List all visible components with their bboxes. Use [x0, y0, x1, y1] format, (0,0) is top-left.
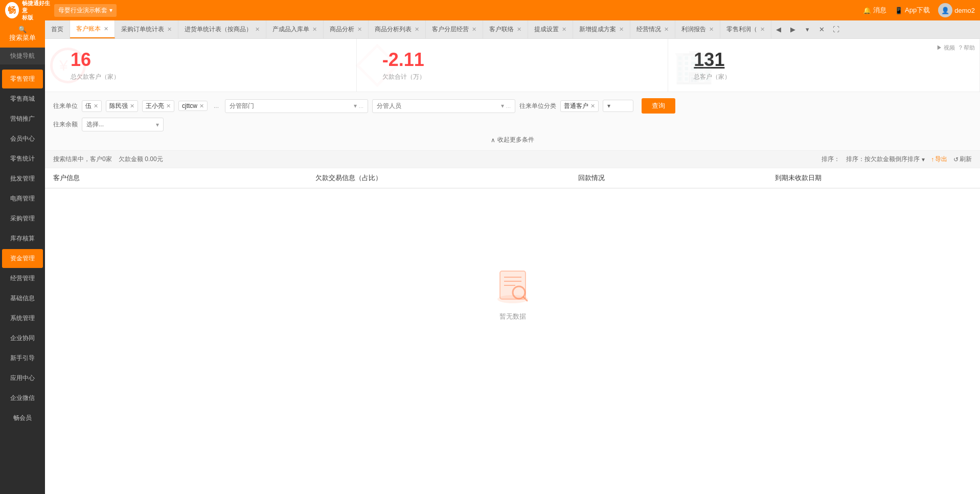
sidebar-item-wholesale[interactable]: 批发管理 — [2, 169, 43, 188]
sidebar-search[interactable]: 🔍 搜索菜单 — [0, 20, 45, 48]
balance-select[interactable]: 选择... ▾ — [82, 118, 164, 131]
tab-customer-ledger[interactable]: 客户账本 ✕ — [70, 20, 115, 38]
data-table: 客户信息 欠款交易信息（占比） 回款情况 到期未收款日期 — [45, 168, 980, 393]
tab-close-icon[interactable]: ✕ — [357, 26, 362, 33]
unit-type-select[interactable]: ▾ — [603, 100, 633, 112]
company-select[interactable]: 母婴行业演示帐套 ▾ — [54, 4, 117, 17]
tab-close-icon[interactable]: ✕ — [664, 26, 669, 33]
filter-row-2: 往来余额 选择... ▾ — [53, 118, 972, 131]
tab-close-icon[interactable]: ✕ — [709, 26, 714, 33]
sidebar-item-enterprise-wechat[interactable]: 企业微信 — [2, 389, 43, 408]
dept-select[interactable]: 分管部门 ▾ ... — [225, 99, 368, 113]
empty-text: 暂无数据 — [499, 312, 526, 321]
message-button[interactable]: 🔔 消息 — [863, 6, 886, 15]
result-text: 搜索结果中，客户0家 欠款金额 0.00元 — [53, 155, 163, 164]
tab-close-all-btn[interactable]: ✕ — [814, 20, 829, 38]
user-menu[interactable]: 👤 demo2 — [938, 3, 975, 17]
tab-prev-btn[interactable]: ◀ — [771, 20, 786, 38]
sidebar-item-ecommerce[interactable]: 电商管理 — [2, 189, 43, 208]
tab-close-icon[interactable]: ✕ — [167, 26, 172, 33]
sidebar-item-newbie[interactable]: 新手引导 — [2, 349, 43, 368]
tab-fullscreen-btn[interactable]: ⛶ — [829, 20, 843, 38]
refresh-button[interactable]: ↺ 刷新 — [953, 155, 972, 164]
tab-next-btn[interactable]: ▶ — [786, 20, 800, 38]
sidebar-item-purchase[interactable]: 采购管理 — [2, 209, 43, 228]
tab-commission-setting[interactable]: 提成设置 ✕ — [528, 20, 573, 38]
dept-arrow-icon: ▾ — [354, 102, 357, 109]
filter-tag-wu: 伍 ✕ — [82, 100, 102, 112]
tab-retail-profit[interactable]: 零售利润（ ✕ — [720, 20, 771, 38]
tab-close-icon[interactable]: ✕ — [255, 26, 260, 33]
filter-tag-chen: 陈民强 ✕ — [106, 100, 138, 112]
sidebar-item-system[interactable]: 系统管理 — [2, 309, 43, 328]
sidebar-item-inventory[interactable]: 库存核算 — [2, 229, 43, 248]
sort-label: 排序： — [822, 155, 840, 164]
tab-bar: 首页 客户账本 ✕ 采购订单统计表 ✕ 进货单统计表（按商品） ✕ 产成品入库单… — [45, 20, 980, 39]
remove-tag-wu[interactable]: ✕ — [94, 103, 98, 109]
app-wrapper: 畅 畅捷通好生意 标版 母婴行业演示帐套 ▾ 🔔 消息 📱 App下载 👤 — [0, 0, 980, 494]
person-more-btn[interactable]: ... — [506, 103, 511, 109]
tab-menu-btn[interactable]: ▾ — [800, 20, 814, 38]
result-actions: 排序： 排序：按欠款金额倒序排序 ▾ ↑ 导出 ↺ 刷新 — [822, 155, 972, 164]
table-header: 客户信息 欠款交易信息（占比） 回款情况 到期未收款日期 — [45, 168, 980, 189]
balance-arrow-icon: ▾ — [156, 121, 159, 128]
tab-customer-contact[interactable]: 客户联络 ✕ — [483, 20, 528, 38]
remove-tag-chen[interactable]: ✕ — [130, 103, 134, 109]
person-arrow-icon: ▾ — [501, 102, 504, 109]
tab-close-icon[interactable]: ✕ — [517, 26, 521, 33]
tab-home[interactable]: 首页 — [45, 20, 70, 38]
stat-debt-customers-value: 16 — [71, 49, 341, 71]
sidebar-item-member-center[interactable]: 会员中心 — [2, 129, 43, 148]
filter-row-1: 往来单位 伍 ✕ 陈民强 ✕ 王小亮 ✕ — [53, 98, 972, 114]
top-bar-left: 畅 畅捷通好生意 标版 母婴行业演示帐套 ▾ — [5, 0, 117, 21]
sidebar-item-retail-mall[interactable]: 零售商城 — [2, 89, 43, 108]
sidebar-item-vip[interactable]: 畅会员 — [2, 409, 43, 428]
tab-new-commission[interactable]: 新增提成方案 ✕ — [573, 20, 630, 38]
stat-debt-total-label: 欠款合计（万） — [382, 73, 653, 81]
top-bar: 畅 畅捷通好生意 标版 母婴行业演示帐套 ▾ 🔔 消息 📱 App下载 👤 — [0, 0, 980, 20]
sidebar-item-retail-mgmt[interactable]: 零售管理 — [2, 70, 43, 88]
app-download-button[interactable]: 📱 App下载 — [895, 6, 930, 15]
tab-close-icon[interactable]: ✕ — [312, 26, 317, 33]
tab-purchase-order-stats[interactable]: 采购订单统计表 ✕ — [115, 20, 178, 38]
stats-row: ¥ 16 总欠款客户（家） -2.11 欠款合计（万） — [45, 39, 980, 92]
help-button[interactable]: ? 帮助 — [959, 44, 975, 52]
sidebar-item-finance[interactable]: 资金管理 — [2, 249, 43, 268]
table-body: 暂无数据 — [45, 189, 980, 393]
logo-text: 畅捷通好生意 标版 — [22, 0, 50, 21]
sidebar-item-marketing[interactable]: 营销推广 — [2, 109, 43, 128]
tab-profit-report[interactable]: 利润报告 ✕ — [675, 20, 720, 38]
tab-operations[interactable]: 经营情况 ✕ — [630, 20, 675, 38]
video-help-button[interactable]: ▶ 视频 — [937, 44, 955, 52]
tab-close-icon[interactable]: ✕ — [760, 26, 765, 33]
sidebar-item-base-info[interactable]: 基础信息 — [2, 289, 43, 308]
collapse-btn[interactable]: ∧ 收起更多条件 — [491, 136, 534, 144]
sidebar-item-app-center[interactable]: 应用中心 — [2, 369, 43, 388]
remove-tag-cjttcw[interactable]: ✕ — [199, 103, 204, 109]
sort-arrow-icon: ▾ — [922, 156, 925, 163]
tab-customer-tier[interactable]: 客户分层经营 ✕ — [426, 20, 483, 38]
sort-select[interactable]: 排序：按欠款金额倒序排序 ▾ — [846, 155, 925, 164]
tab-close-icon[interactable]: ✕ — [562, 26, 566, 33]
tab-close-icon[interactable]: ✕ — [619, 26, 624, 33]
tab-product-analysis[interactable]: 商品分析 ✕ — [324, 20, 369, 38]
query-button[interactable]: 查询 — [642, 98, 675, 114]
unit-more-btn[interactable]: ... — [212, 101, 221, 110]
sidebar-item-operations[interactable]: 经营管理 — [2, 269, 43, 288]
sidebar-item-retail-stats[interactable]: 零售统计 — [2, 149, 43, 168]
dept-more-btn[interactable]: ... — [359, 103, 363, 109]
remove-tag-normal[interactable]: ✕ — [590, 103, 595, 109]
tab-goods-receipt-stats[interactable]: 进货单统计表（按商品） ✕ — [178, 20, 266, 38]
tab-close-icon[interactable]: ✕ — [472, 26, 476, 33]
stat-total-customers-label: 总客户（家） — [694, 73, 964, 81]
tab-product-analysis-list[interactable]: 商品分析列表 ✕ — [369, 20, 426, 38]
stat-debt-total: -2.11 欠款合计（万） — [357, 39, 669, 92]
remove-tag-wang[interactable]: ✕ — [166, 103, 171, 109]
export-button[interactable]: ↑ 导出 — [931, 155, 947, 164]
person-select[interactable]: 分管人员 ▾ ... — [372, 99, 515, 113]
sidebar-item-cooperation[interactable]: 企业协同 — [2, 329, 43, 348]
sidebar-quick-nav[interactable]: 快捷导航 — [0, 48, 45, 64]
tab-close-icon[interactable]: ✕ — [104, 26, 108, 32]
tab-close-icon[interactable]: ✕ — [415, 26, 419, 33]
tab-finished-goods[interactable]: 产成品入库单 ✕ — [266, 20, 324, 38]
